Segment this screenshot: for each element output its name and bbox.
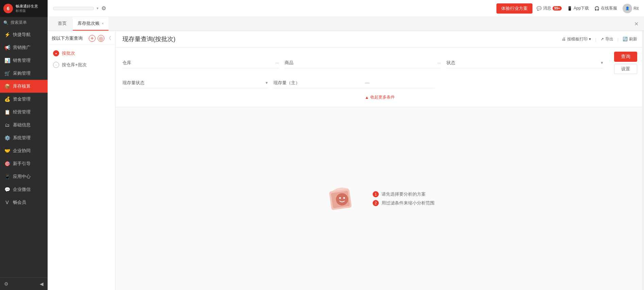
- topbar-right: 💬 消息 99+ 📱 App下载 🎧 在线客服 👤 Rit: [537, 4, 639, 13]
- scheme-item-warehouse-batch-label: 按仓库+批次: [62, 62, 87, 68]
- topbar-settings-icon[interactable]: ⚙: [101, 5, 106, 12]
- close-icon: ✕: [634, 21, 639, 27]
- collapse-sidebar-icon[interactable]: ◀: [40, 281, 44, 287]
- sidebar-item-basicinfo[interactable]: 🗂 基础信息: [0, 119, 48, 131]
- sidebar-item-quicknav[interactable]: ⚡ 快捷导航: [0, 28, 48, 41]
- sidebar-item-purchase[interactable]: 🛒 采购管理: [0, 67, 48, 80]
- status-input[interactable]: [467, 59, 601, 67]
- action-divider-1: |: [595, 37, 596, 42]
- trial-button[interactable]: 体验行业方案: [496, 3, 532, 14]
- warehouse-more-btn[interactable]: ···: [275, 60, 279, 65]
- sidebar-item-newuser-label: 新手引导: [13, 161, 31, 167]
- print-button[interactable]: 🖨 按模板打印 ▾: [562, 36, 591, 42]
- goods-more-btn[interactable]: ···: [438, 60, 441, 65]
- settings-footer-icon[interactable]: ⚙: [4, 281, 9, 287]
- svg-point-3: [339, 197, 341, 199]
- service-icon: 🎧: [594, 6, 599, 11]
- refresh-button[interactable]: 🔄 刷新: [623, 36, 637, 42]
- tab-home-label: 首页: [58, 20, 67, 26]
- app-title: 畅康通好生意: [16, 4, 38, 8]
- sidebar-item-basicinfo-label: 基础信息: [13, 122, 31, 128]
- tabs-bar: 首页 库存批次账 × ✕: [48, 17, 644, 31]
- scheme-item-batch-label: 按批次: [62, 50, 75, 56]
- tab-batch-close[interactable]: ×: [102, 21, 104, 25]
- left-panel: 按以下方案查询 + ◎ 《 ● 按批次: [48, 31, 116, 290]
- refresh-icon: 🔄: [623, 37, 628, 41]
- message-icon: 💬: [537, 6, 542, 11]
- operations-icon: 📋: [4, 109, 10, 115]
- page-actions: 🖨 按模板打印 ▾ | ↗ 导出 | 🔄 刷新: [562, 36, 637, 42]
- sidebar-item-marketing[interactable]: 📢 营销推广: [0, 41, 48, 54]
- quicknav-icon: ⚡: [4, 32, 10, 38]
- finance-icon: 💰: [4, 96, 10, 102]
- sidebar-item-marketing-label: 营销推广: [13, 44, 31, 51]
- sidebar-item-newuser[interactable]: 🎯 新手引导: [0, 157, 48, 170]
- goods-input[interactable]: [305, 59, 438, 67]
- messages-label: 消息: [543, 5, 551, 11]
- sidebar-item-purchase-label: 采购管理: [13, 70, 31, 76]
- add-scheme-button[interactable]: +: [89, 35, 96, 42]
- sidebar-item-corpwechat[interactable]: 💬 企业微信: [0, 183, 48, 196]
- sidebar-nav: ⚡ 快捷导航 📢 营销推广 📊 销售管理 🛒 采购管理 📦 库存核算 💰 资金管…: [0, 28, 48, 277]
- phone-icon: 📱: [567, 6, 572, 11]
- tip-num-2: 2: [373, 200, 379, 206]
- empty-illustration: [325, 182, 359, 216]
- page-title-bar: 现存量查询(按批次) 🖨 按模板打印 ▾ | ↗ 导出 | 🔄: [116, 31, 644, 48]
- empty-state-content: 1 请先选择要分析的方案 2 用过滤条件来缩小分析范围: [325, 182, 435, 216]
- stock-main-from-input[interactable]: [300, 79, 362, 87]
- stock-status-input[interactable]: [145, 79, 266, 87]
- sidebar-search[interactable]: 🔍 搜索菜单: [0, 17, 48, 28]
- warehouse-filter: 仓库 ···: [122, 57, 279, 68]
- status-arrow-icon[interactable]: ▾: [601, 60, 603, 65]
- warehouse-input[interactable]: [143, 59, 275, 67]
- scheme-item-warehouse-batch[interactable]: ○ 按仓库+批次: [48, 59, 115, 71]
- sidebar-item-system-label: 系统管理: [13, 135, 31, 141]
- scheme-icon-red: ●: [53, 50, 59, 56]
- sidebar-item-enterprise[interactable]: 🤝 企业协同: [0, 144, 48, 157]
- online-service-button[interactable]: 🎧 在线客服: [594, 5, 617, 11]
- tab-batch[interactable]: 库存批次账 ×: [73, 17, 108, 31]
- set-button[interactable]: 设置: [614, 64, 637, 74]
- svg-point-4: [343, 197, 345, 199]
- export-button[interactable]: ↗ 导出: [600, 36, 613, 42]
- online-service-label: 在线客服: [601, 5, 617, 11]
- user-avatar: 👤: [623, 4, 632, 13]
- inventory-icon: 📦: [4, 83, 10, 89]
- vip-icon: V: [4, 199, 10, 205]
- stock-main-to-input[interactable]: [372, 79, 435, 87]
- topbar: ▾ ⚙ 体验行业方案 💬 消息 99+ 📱 App下载 🎧 在线客服 👤: [48, 0, 644, 17]
- enterprise-icon: 🤝: [4, 148, 10, 154]
- collapse-panel-button[interactable]: 《: [106, 35, 111, 41]
- sidebar-item-finance-label: 资金管理: [13, 96, 31, 102]
- tip-num-1: 1: [373, 191, 379, 197]
- filter-row-2: 现存量状态 ▾ 现存量（主） —: [122, 77, 637, 88]
- app-download-button[interactable]: 📱 App下载: [567, 5, 589, 11]
- print-icon: 🖨: [562, 37, 566, 41]
- messages-button[interactable]: 💬 消息 99+: [537, 5, 562, 11]
- panel-close-button[interactable]: ✕: [634, 21, 639, 27]
- scheme-item-batch[interactable]: ● 按批次: [48, 48, 115, 59]
- sidebar-item-inventory-label: 库存核算: [13, 83, 31, 89]
- topbar-chevron-icon[interactable]: ▾: [97, 6, 99, 11]
- stock-main-label: 现存量（主）: [273, 80, 300, 86]
- user-area[interactable]: 👤 Rit: [623, 4, 639, 13]
- sidebar-item-vip[interactable]: V 畅会员: [0, 196, 48, 209]
- collapse-filter-button[interactable]: ▲ 收起更多条件: [122, 92, 637, 103]
- sidebar-item-inventory[interactable]: 📦 库存核算: [0, 80, 48, 93]
- tab-home[interactable]: 首页: [53, 17, 71, 31]
- tip-text-1: 请先选择要分析的方案: [382, 191, 426, 197]
- topbar-search-box[interactable]: [53, 7, 94, 10]
- query-button[interactable]: 查询: [614, 52, 637, 62]
- print-arrow-icon: ▾: [589, 37, 591, 41]
- sidebar-item-corpwechat-label: 企业微信: [13, 186, 31, 193]
- filter-action-buttons: 查询 设置: [614, 52, 637, 74]
- target-scheme-button[interactable]: ◎: [98, 35, 104, 42]
- sidebar-item-operations[interactable]: 📋 经营管理: [0, 106, 48, 119]
- right-scrollbar: [642, 31, 644, 290]
- sales-icon: 📊: [4, 57, 10, 64]
- sidebar-item-finance[interactable]: 💰 资金管理: [0, 93, 48, 106]
- sidebar-item-sales[interactable]: 📊 销售管理: [0, 54, 48, 67]
- sidebar-item-system[interactable]: ⚙️ 系统管理: [0, 131, 48, 144]
- sidebar-item-appcenter[interactable]: 📱 应用中心: [0, 170, 48, 183]
- scheme-icon-gray: ○: [53, 62, 59, 68]
